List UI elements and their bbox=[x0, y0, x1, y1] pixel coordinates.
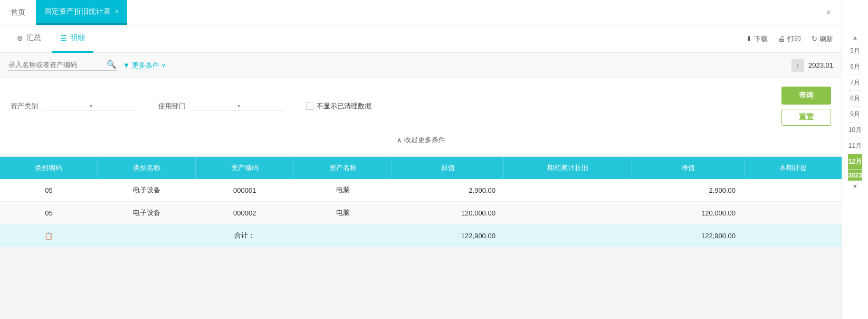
month-item[interactable]: 6月 bbox=[848, 59, 862, 75]
refresh-icon: ↻ bbox=[812, 35, 817, 43]
download-label: 下载 bbox=[754, 34, 768, 44]
download-button[interactable]: ⬇ 下载 bbox=[746, 34, 768, 44]
use-department-select[interactable]: ▾ bbox=[190, 102, 285, 110]
month-item[interactable]: 7月 bbox=[848, 75, 862, 91]
col-header-original: 原值 bbox=[392, 157, 504, 179]
col-header-accumulated: 期初累计折旧 bbox=[504, 157, 632, 179]
checkbox-box[interactable] bbox=[306, 102, 313, 110]
collapse-button[interactable]: ∧ 收起更多条件 bbox=[11, 132, 831, 148]
total-net: 122,900.00 bbox=[632, 224, 744, 247]
tab-summary-label: 汇总 bbox=[26, 33, 41, 43]
date-label: 2023.01 bbox=[808, 61, 833, 69]
download-icon: ⬇ bbox=[746, 35, 752, 43]
col-header-category: 类别名称 bbox=[98, 157, 196, 179]
cell-asset-code: 000001 bbox=[196, 179, 294, 202]
cell-code: 05 bbox=[0, 202, 98, 224]
col-header-asset-name: 资产名称 bbox=[294, 157, 392, 179]
data-table-container: 类别编码 类别名称 资产编码 资产名称 原值 期初累计折旧 净值 本期计提 05… bbox=[0, 157, 842, 247]
hide-cleared-label: 不显示已清理数据 bbox=[317, 101, 371, 111]
cell-category: 电子设备 bbox=[98, 179, 196, 202]
chevron-down-icon: ∨ bbox=[161, 62, 166, 69]
search-icon[interactable]: 🔍 bbox=[107, 60, 117, 69]
refresh-label: 刷新 bbox=[819, 34, 833, 44]
cell-asset-code: 000002 bbox=[196, 202, 294, 224]
filter-arrow: › 2023.01 bbox=[791, 59, 833, 72]
more-filter-label: 更多条件 bbox=[132, 61, 159, 70]
cell-code: 05 bbox=[0, 179, 98, 202]
top-nav: 首页 固定资产折旧统计表 × × bbox=[0, 0, 842, 25]
cell-asset-name: 电脑 bbox=[294, 179, 392, 202]
filter-bar: 🔍 ▼ 更多条件 ∨ › 2023.01 bbox=[0, 53, 842, 78]
data-table: 类别编码 类别名称 资产编码 资产名称 原值 期初累计折旧 净值 本期计提 05… bbox=[0, 157, 842, 247]
month-item[interactable]: 12月 bbox=[848, 154, 862, 170]
nav-close-button[interactable]: × bbox=[816, 8, 842, 17]
table-row: 05 电子设备 000002 电脑 120,000.00 120,000.00 bbox=[0, 202, 842, 224]
right-panel: ▲ 5月6月7月8月9月10月11月12月2023 ▼ bbox=[842, 0, 868, 319]
cell-accumulated bbox=[504, 202, 632, 224]
print-icon: 🖨 bbox=[778, 35, 785, 43]
filter-icon: ▼ bbox=[123, 61, 130, 69]
use-department-label: 使用部门 bbox=[158, 101, 186, 111]
cell-category: 电子设备 bbox=[98, 202, 196, 224]
total-original: 122,900.00 bbox=[392, 224, 504, 247]
nav-tab-label: 固定资产折旧统计表 bbox=[44, 7, 111, 16]
month-item[interactable]: 9月 bbox=[848, 107, 862, 123]
total-accumulated bbox=[504, 224, 632, 247]
chevron-down-icon: ▾ bbox=[237, 103, 285, 109]
query-button[interactable]: 查询 bbox=[781, 87, 831, 105]
detail-icon: ☰ bbox=[60, 34, 67, 42]
filter-buttons: 查询 重置 bbox=[781, 87, 831, 126]
total-icon: 📋 bbox=[0, 224, 98, 247]
cell-accumulated bbox=[504, 179, 632, 202]
print-button[interactable]: 🖨 打印 bbox=[778, 34, 801, 44]
total-label: 合计： bbox=[98, 224, 392, 247]
cell-original: 2,900.00 bbox=[392, 179, 504, 202]
table-header-row: 类别编码 类别名称 资产编码 资产名称 原值 期初累计折旧 净值 本期计提 bbox=[0, 157, 842, 179]
collapse-label: 收起更多条件 bbox=[404, 135, 445, 145]
tab-detail[interactable]: ☰ 明细 bbox=[52, 25, 93, 53]
toolbar-right: ⬇ 下载 🖨 打印 ↻ 刷新 bbox=[746, 34, 833, 44]
nav-home[interactable]: 首页 bbox=[0, 0, 36, 25]
col-header-asset-code: 资产编码 bbox=[196, 157, 294, 179]
scroll-down-button[interactable]: ▼ bbox=[842, 181, 868, 192]
col-header-net: 净值 bbox=[632, 157, 744, 179]
use-department-field: 使用部门 ▾ bbox=[158, 101, 285, 111]
nav-tab-close[interactable]: × bbox=[115, 8, 119, 15]
summary-icon: ⊛ bbox=[17, 34, 23, 42]
asset-category-select[interactable]: ▾ bbox=[42, 102, 137, 110]
cell-current bbox=[744, 179, 842, 202]
col-header-code: 类别编码 bbox=[0, 157, 98, 179]
tab-detail-label: 明细 bbox=[70, 33, 85, 43]
month-item[interactable]: 8月 bbox=[848, 91, 862, 107]
hide-cleared-checkbox[interactable]: 不显示已清理数据 bbox=[306, 101, 371, 111]
advanced-filter-panel: 资产类别 ▾ 使用部门 ▾ 不显示已清理数据 查询 重置 bbox=[0, 78, 842, 157]
adv-filter-row: 资产类别 ▾ 使用部门 ▾ 不显示已清理数据 查询 重置 bbox=[11, 87, 831, 126]
total-current bbox=[744, 224, 842, 247]
col-header-current: 本期计提 bbox=[744, 157, 842, 179]
toolbar: ⊛ 汇总 ☰ 明细 ⬇ 下载 🖨 打印 ↻ 刷新 bbox=[0, 25, 842, 53]
chevron-up-icon: ∧ bbox=[397, 136, 402, 144]
table-total-row: 📋 合计： 122,900.00 122,900.00 bbox=[0, 224, 842, 247]
year-badge[interactable]: 2023 bbox=[848, 170, 862, 181]
cell-asset-name: 电脑 bbox=[294, 202, 392, 224]
reset-button[interactable]: 重置 bbox=[781, 109, 831, 126]
cell-net: 120,000.00 bbox=[632, 202, 744, 224]
search-box: 🔍 bbox=[8, 60, 117, 71]
nav-tab-fixed-assets[interactable]: 固定资产折旧统计表 × bbox=[36, 0, 127, 25]
refresh-button[interactable]: ↻ 刷新 bbox=[812, 34, 833, 44]
cell-current bbox=[744, 202, 842, 224]
table-row: 05 电子设备 000001 电脑 2,900.00 2,900.00 bbox=[0, 179, 842, 202]
scroll-up-button[interactable]: ▲ bbox=[842, 32, 868, 43]
collapse-arrow-button[interactable]: › bbox=[791, 59, 804, 72]
cell-original: 120,000.00 bbox=[392, 202, 504, 224]
tab-summary[interactable]: ⊛ 汇总 bbox=[8, 25, 50, 53]
asset-category-label: 资产类别 bbox=[11, 101, 38, 111]
asset-category-field: 资产类别 ▾ bbox=[11, 101, 137, 111]
more-filter-button[interactable]: ▼ 更多条件 ∨ bbox=[123, 61, 166, 70]
month-item[interactable]: 11月 bbox=[848, 138, 862, 154]
chevron-down-icon: ▾ bbox=[90, 103, 137, 109]
month-item[interactable]: 10月 bbox=[848, 123, 862, 138]
search-input[interactable] bbox=[8, 61, 103, 69]
print-label: 打印 bbox=[787, 34, 801, 44]
month-item[interactable]: 5月 bbox=[848, 43, 862, 59]
